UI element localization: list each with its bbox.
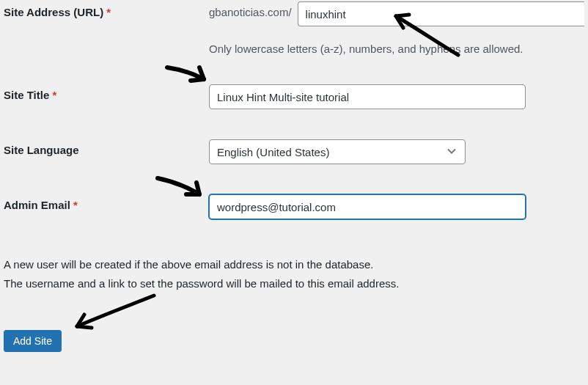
annotation-arrow-icon — [62, 290, 158, 334]
site-address-prefix: gbanoticias.com/ — [209, 1, 292, 18]
site-address-label: Site Address (URL) * — [4, 1, 209, 18]
chevron-down-icon — [446, 144, 457, 159]
required-marker: * — [73, 199, 78, 211]
required-marker: * — [106, 6, 111, 18]
site-title-input[interactable] — [209, 84, 526, 109]
info-line-2: The username and a link to set the passw… — [4, 274, 399, 293]
admin-email-input[interactable] — [209, 194, 526, 219]
required-marker: * — [52, 89, 56, 101]
site-language-select[interactable]: English (United States) — [209, 139, 466, 164]
info-line-1: A new user will be created if the above … — [4, 255, 399, 274]
site-language-label: Site Language — [4, 139, 209, 156]
site-language-value: English (United States) — [217, 146, 329, 158]
site-address-input[interactable] — [298, 1, 584, 26]
add-site-button[interactable]: Add Site — [4, 330, 62, 352]
site-address-hint: Only lowercase letters (a-z), numbers, a… — [209, 43, 523, 55]
site-title-label: Site Title * — [4, 84, 209, 101]
admin-email-label: Admin Email * — [4, 194, 209, 211]
annotation-arrow-icon — [163, 59, 215, 88]
